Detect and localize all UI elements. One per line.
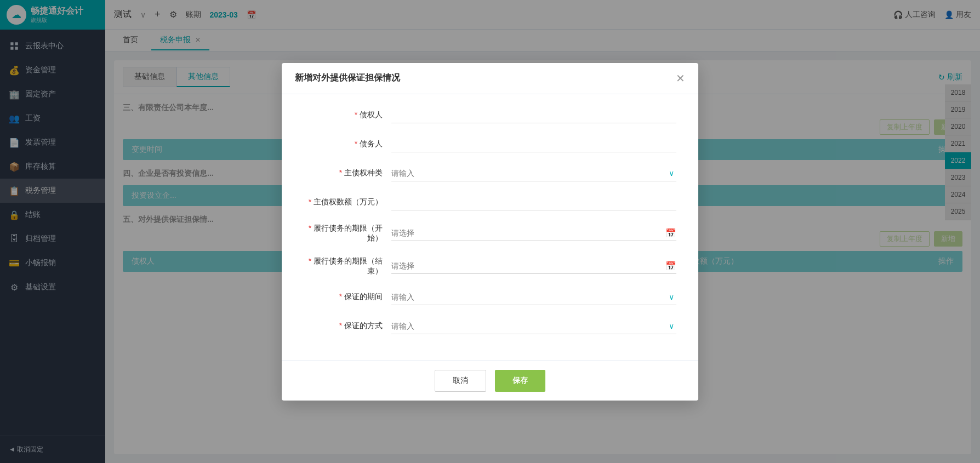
modal-close-button[interactable]: ✕ bbox=[676, 72, 685, 85]
guarantee-method-field: * 保证的方式 ∨ bbox=[304, 318, 676, 334]
debt-type-arrow-icon[interactable]: ∨ bbox=[666, 169, 676, 178]
debt-type-select-wrapper: ∨ bbox=[391, 165, 676, 181]
debt-amount-input[interactable] bbox=[391, 195, 676, 210]
period-end-date-wrapper: 📅 bbox=[391, 258, 676, 274]
debt-type-required: * bbox=[339, 168, 342, 177]
debt-type-input[interactable] bbox=[391, 165, 666, 181]
period-end-calendar-icon[interactable]: 📅 bbox=[665, 261, 676, 271]
guarantee-period-select-wrapper: ∨ bbox=[391, 289, 676, 305]
debt-amount-label: * 主债权数额（万元） bbox=[304, 197, 391, 207]
period-start-input[interactable] bbox=[391, 225, 665, 241]
debt-type-label: * 主债权种类 bbox=[304, 168, 391, 178]
modal-footer: 取消 保存 bbox=[282, 361, 698, 401]
creditor-field: * 债权人 bbox=[304, 107, 676, 123]
period-end-required: * bbox=[309, 256, 311, 265]
guarantee-method-label: * 保证的方式 bbox=[304, 321, 391, 331]
creditor-label: * 债权人 bbox=[304, 110, 391, 120]
period-end-field: * 履行债务的期限（结束） 📅 bbox=[304, 256, 676, 276]
save-button[interactable]: 保存 bbox=[495, 370, 545, 392]
modal-overlay: 新增对外提供保证担保情况 ✕ * 债权人 * 债务人 bbox=[0, 0, 980, 463]
guarantee-period-input[interactable] bbox=[391, 289, 666, 305]
modal-dialog: 新增对外提供保证担保情况 ✕ * 债权人 * 债务人 bbox=[282, 63, 698, 401]
debt-type-field: * 主债权种类 ∨ bbox=[304, 165, 676, 181]
period-start-required: * bbox=[309, 224, 311, 232]
debt-amount-field: * 主债权数额（万元） bbox=[304, 195, 676, 210]
modal-title: 新增对外提供保证担保情况 bbox=[295, 72, 400, 84]
modal-body: * 债权人 * 债务人 * 主债权种类 bbox=[282, 94, 698, 361]
cancel-button[interactable]: 取消 bbox=[435, 370, 486, 392]
creditor-required: * bbox=[355, 110, 357, 119]
guarantee-method-input[interactable] bbox=[391, 318, 666, 334]
period-start-date-wrapper: 📅 bbox=[391, 225, 676, 241]
modal-header: 新增对外提供保证担保情况 ✕ bbox=[282, 63, 698, 94]
period-end-label: * 履行债务的期限（结束） bbox=[304, 256, 391, 276]
debtor-field: * 债务人 bbox=[304, 136, 676, 152]
period-start-field: * 履行债务的期限（开始） 📅 bbox=[304, 224, 676, 243]
period-end-input[interactable] bbox=[391, 258, 665, 273]
period-start-calendar-icon[interactable]: 📅 bbox=[665, 228, 676, 238]
guarantee-period-arrow-icon[interactable]: ∨ bbox=[666, 293, 676, 301]
guarantee-method-arrow-icon[interactable]: ∨ bbox=[666, 322, 676, 330]
guarantee-period-field: * 保证的期间 ∨ bbox=[304, 289, 676, 305]
debt-amount-required: * bbox=[309, 197, 311, 206]
creditor-input[interactable] bbox=[391, 107, 676, 123]
period-start-label: * 履行债务的期限（开始） bbox=[304, 224, 391, 243]
debtor-label: * 债务人 bbox=[304, 139, 391, 149]
guarantee-method-required: * bbox=[339, 321, 342, 330]
guarantee-period-required: * bbox=[339, 292, 342, 301]
guarantee-method-select-wrapper: ∨ bbox=[391, 318, 676, 334]
debtor-required: * bbox=[355, 139, 357, 148]
debtor-input[interactable] bbox=[391, 136, 676, 152]
guarantee-period-label: * 保证的期间 bbox=[304, 292, 391, 302]
